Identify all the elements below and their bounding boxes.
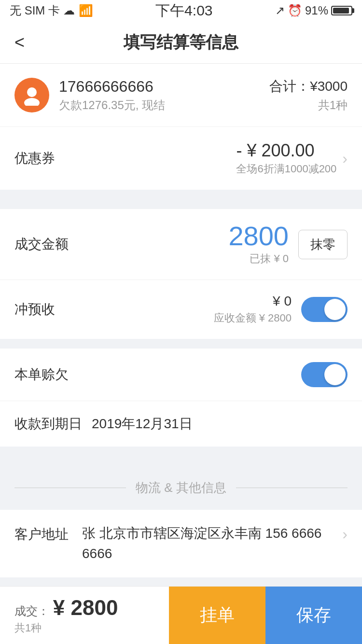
battery-percent: 91% (305, 4, 328, 17)
customer-sub-info: 欠款1276.35元, 现结 (59, 98, 165, 113)
duedate-value: 2019年12月31日 (92, 415, 193, 433)
back-button[interactable]: < (14, 32, 43, 53)
round-button[interactable]: 抹零 (298, 230, 348, 259)
address-row[interactable]: 客户地址 张 北京市市辖区海淀区永丰南 156 6666 6666 › (0, 510, 362, 577)
status-left: 无 SIM 卡 ☁ 📶 (10, 3, 93, 18)
hang-button[interactable]: 挂单 (169, 587, 265, 644)
prepay-amount: ¥ 0 (214, 294, 292, 309)
deal-amount-right: 2800 已抹 ¥ 0 抹零 (228, 223, 348, 266)
credit-row: 本单赊欠 (0, 349, 362, 401)
prepay-row: 冲预收 ¥ 0 应收金额 ¥ 2800 (0, 280, 362, 339)
coupon-desc: 全场6折满1000减200 (236, 162, 336, 176)
customer-row: 17666666666 欠款1276.35元, 现结 合计：¥3000 共1种 (0, 64, 362, 126)
customer-phone: 17666666666 (59, 78, 165, 96)
credit-label: 本单赊欠 (14, 365, 69, 384)
status-bar: 无 SIM 卡 ☁ 📶 下午4:03 ↗ ⏰ 91% (0, 0, 362, 21)
alarm-icon: ⏰ (288, 4, 302, 17)
credit-toggle-knob (324, 364, 346, 385)
amount-section: 成交金额 2800 已抹 ¥ 0 抹零 冲预收 ¥ 0 应收金额 ¥ 2800 (0, 209, 362, 339)
section-gap-2 (0, 339, 362, 349)
section-gap-1 (0, 199, 362, 209)
footer: 成交： ¥ 2800 共1种 挂单 保存 (0, 586, 362, 644)
deal-amount-label: 成交金额 (14, 235, 69, 253)
coupon-row[interactable]: 优惠券 - ¥ 200.00 全场6折满1000减200 › (0, 126, 362, 190)
address-label: 客户地址 (14, 523, 72, 544)
footer-deal-row: 成交： ¥ 2800 (14, 596, 154, 620)
location-icon: ↗ (275, 4, 285, 17)
customer-left: 17666666666 欠款1276.35元, 现结 (14, 78, 165, 113)
divider-line-left (14, 488, 126, 488)
prepay-values: ¥ 0 应收金额 ¥ 2800 (214, 294, 292, 325)
address-value: 张 北京市市辖区海淀区永丰南 156 6666 6666 (82, 523, 333, 564)
prepay-toggle[interactable] (301, 297, 348, 322)
status-right: ↗ ⏰ 91% (275, 4, 352, 17)
logistics-text: 物流 & 其他信息 (136, 479, 226, 496)
svg-point-0 (27, 87, 37, 97)
no-sim-text: 无 SIM 卡 ☁ (10, 3, 75, 18)
footer-count: 共1种 (14, 621, 154, 635)
deal-amount-sub: 已抹 ¥ 0 (228, 252, 289, 266)
coupon-right: - ¥ 200.00 全场6折满1000减200 › (236, 140, 348, 176)
svg-point-1 (24, 98, 40, 106)
deal-amount-value: 2800 (228, 223, 289, 250)
avatar (14, 78, 49, 112)
save-button[interactable]: 保存 (265, 587, 362, 644)
footer-left: 成交： ¥ 2800 共1种 (0, 596, 169, 635)
nav-bar: < 填写结算等信息 (0, 21, 362, 64)
divider-line-right (236, 488, 348, 488)
customer-right: 合计：¥3000 共1种 (269, 77, 348, 113)
logistics-divider: 物流 & 其他信息 (0, 466, 362, 510)
wifi-icon: 📶 (79, 4, 93, 17)
credit-card: 本单赊欠 收款到期日 2019年12月31日 (0, 349, 362, 447)
footer-amount: ¥ 2800 (53, 596, 118, 619)
toggle-knob (324, 299, 346, 320)
battery-icon (331, 6, 352, 15)
coupon-label: 优惠券 (14, 149, 55, 168)
prepay-sub: 应收金额 ¥ 2800 (214, 311, 292, 325)
prepay-right: ¥ 0 应收金额 ¥ 2800 (214, 294, 348, 325)
status-time: 下午4:03 (155, 1, 212, 21)
footer-deal-label: 成交： (14, 604, 49, 617)
prepay-label: 冲预收 (14, 300, 55, 319)
coupon-amount: - ¥ 200.00 (236, 140, 336, 161)
customer-count: 共1种 (269, 98, 348, 113)
deal-amount-row: 成交金额 2800 已抹 ¥ 0 抹零 (0, 209, 362, 280)
address-chevron-icon: › (342, 523, 348, 543)
duedate-row: 收款到期日 2019年12月31日 (0, 401, 362, 447)
section-gap-3 (0, 456, 362, 466)
duedate-label: 收款到期日 (14, 415, 82, 433)
credit-toggle[interactable] (301, 362, 348, 387)
address-card: 客户地址 张 北京市市辖区海淀区永丰南 156 6666 6666 › (0, 510, 362, 577)
customer-total: 合计：¥3000 (269, 77, 348, 96)
customer-info: 17666666666 欠款1276.35元, 现结 (59, 78, 165, 113)
coupon-chevron-icon: › (342, 150, 348, 168)
page-title: 填写结算等信息 (43, 31, 319, 54)
customer-card: 17666666666 欠款1276.35元, 现结 合计：¥3000 共1种 … (0, 64, 362, 190)
